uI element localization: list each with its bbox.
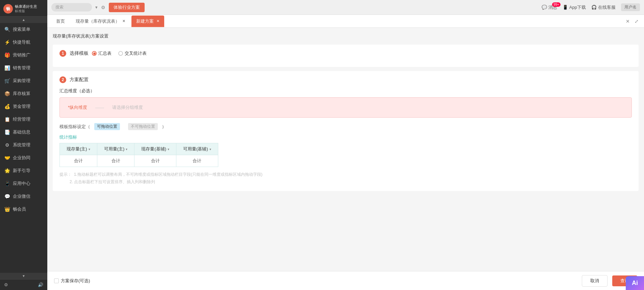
tab-new-scheme-close[interactable]: ✕ <box>156 19 159 23</box>
save-option-label: 方案保存(可选) <box>61 278 90 284</box>
step2-card: 2 方案配置 汇总维度（必选） *纵向维度 —— 请选择分组维度 模板指标设定（… <box>53 71 639 191</box>
sidebar-scroll-up[interactable]: ▲ <box>0 17 47 23</box>
col-label-2: 现存量(基辅) <box>141 146 166 152</box>
sidebar-label-app-center: 应用中心 <box>13 180 30 187</box>
sidebar-item-newcomer[interactable]: 🌟 新手引导 <box>0 164 47 177</box>
main-area: 搜索 ▾ ⚙ 体验行业方案 💬 消息 99+ 📱 App下载 🎧 在线客服 用户… <box>47 0 644 290</box>
app-edition: 标准版 <box>15 9 37 14</box>
vertical-dim-box[interactable]: *纵向维度 —— 请选择分组维度 <box>59 97 632 118</box>
sidebar-item-finance[interactable]: 💰 资金管理 <box>0 100 47 113</box>
sidebar-label-finance: 资金管理 <box>13 103 30 110</box>
col-header-1[interactable]: 可用量(主) ▾ <box>97 143 134 155</box>
app-logo-icon: 畅 <box>3 4 13 14</box>
col-header-2[interactable]: 现存量(基辅) ▾ <box>134 143 176 155</box>
sidebar-label-newcomer: 新手引导 <box>13 168 30 174</box>
tabbar: 首页 现存量（库存状况表） ✕ 新建方案 ✕ ✕ ⤢ <box>47 15 644 28</box>
cell-1: 合计 <box>97 155 134 167</box>
col-arrow-0: ▾ <box>89 147 90 151</box>
sidebar-label-search-menu: 搜索菜单 <box>13 26 30 32</box>
sidebar-scroll-down[interactable]: ▼ <box>0 273 47 279</box>
sidebar-item-inventory[interactable]: 📦 库存核算 <box>0 87 47 100</box>
step1-card: 1 选择模板 汇总表 交叉统计表 <box>53 45 639 67</box>
sidebar-item-operations[interactable]: 📋 经营管理 <box>0 113 47 126</box>
sidebar-label-member: 畅会员 <box>13 206 26 212</box>
col-label-0: 现存量(主) <box>67 146 87 152</box>
no-drag-badge: 不可拖动位置 <box>128 123 158 130</box>
quick-nav-icon: ⚡ <box>4 40 10 45</box>
radio-summary-circle <box>92 51 97 56</box>
col-label-1: 可用量(主) <box>104 146 125 152</box>
sidebar-item-search-menu[interactable]: 🔍 搜索菜单 <box>0 23 47 36</box>
cancel-button[interactable]: 取消 <box>582 275 608 287</box>
app-download-link[interactable]: 📱 App下载 <box>563 4 586 10</box>
dropdown-arrow-icon[interactable]: ▾ <box>95 5 98 10</box>
template-radio-group: 汇总表 交叉统计表 <box>92 50 147 56</box>
radio-summary[interactable]: 汇总表 <box>92 50 112 56</box>
messages-badge-area[interactable]: 💬 消息 99+ <box>542 4 557 10</box>
page-title: 现存量(库存状况表)方案设置 <box>53 33 639 39</box>
sidebar-item-enterprise[interactable]: 🤝 企业协同 <box>0 151 47 164</box>
tab-inventory-status-label: 现存量（库存状况表） <box>76 18 120 24</box>
help-icon[interactable]: 🔊 <box>38 282 43 287</box>
sidebar-label-quick-nav: 快捷导航 <box>13 39 30 45</box>
vertical-dim-placeholder: 请选择分组维度 <box>112 104 143 111</box>
step2-title: 方案配置 <box>70 77 89 83</box>
vertical-dim-separator: —— <box>95 105 104 110</box>
ai-badge[interactable]: Ai <box>626 276 644 290</box>
tab-inventory-status[interactable]: 现存量（库存状况表） ✕ <box>71 16 130 27</box>
expand-icon[interactable]: ⤢ <box>633 18 640 25</box>
indicator-close: ） <box>162 124 166 130</box>
sidebar-label-basic-info: 基础信息 <box>13 129 30 135</box>
sidebar-item-member[interactable]: 👑 畅会员 <box>0 203 47 216</box>
topbar-right: 💬 消息 99+ 📱 App下载 🎧 在线客服 用户名 <box>542 3 640 11</box>
messages-count-badge: 99+ <box>552 2 561 7</box>
sidebar-item-purchase[interactable]: 🛒 采购管理 <box>0 74 47 87</box>
purchase-icon: 🛒 <box>4 78 10 83</box>
step1-title: 选择模板 <box>70 50 89 56</box>
sidebar-item-marketing[interactable]: 🎁 营销推广 <box>0 49 47 62</box>
radio-cross[interactable]: 交叉统计表 <box>118 50 147 56</box>
radio-summary-label: 汇总表 <box>98 50 112 56</box>
hint-text-2: 2. 点击标题栏下拉可设置排序、插入列和删除列 <box>59 178 632 186</box>
sidebar-item-app-center[interactable]: 📱 应用中心 <box>0 177 47 190</box>
sidebar-label-wechat: 企业微信 <box>13 193 30 199</box>
experience-industry-button[interactable]: 体验行业方案 <box>109 3 145 12</box>
search-box[interactable]: 搜索 <box>51 3 92 11</box>
bottombar: 方案保存(可选) 取消 查询 <box>47 271 644 290</box>
search-placeholder: 搜索 <box>55 5 64 9</box>
online-service-link[interactable]: 🎧 在线客服 <box>591 4 616 10</box>
user-avatar[interactable]: 用户名 <box>621 3 640 11</box>
wechat-icon: 💬 <box>4 194 10 199</box>
basic-info-icon: 📑 <box>4 129 10 135</box>
save-checkbox[interactable] <box>54 279 59 283</box>
sidebar-menu: 🔍 搜索菜单 ⚡ 快捷导航 🎁 营销推广 📊 销售管理 🛒 采购管理 📦 库存核… <box>0 23 47 273</box>
tab-new-scheme-label: 新建方案 <box>136 18 154 24</box>
hint-text-1: 提示： 1.拖动标题栏可以调整布局，不可跨维度或指标区域拖动栏目字段(只能在同一… <box>59 171 632 178</box>
user-name: 用户名 <box>624 5 637 9</box>
settings-icon[interactable]: ⚙ <box>4 282 8 287</box>
sidebar-item-system[interactable]: ⚙ 系统管理 <box>0 139 47 151</box>
radio-cross-circle <box>118 51 123 56</box>
sidebar-label-operations: 经营管理 <box>13 116 30 122</box>
tab-home[interactable]: 首页 <box>51 16 70 27</box>
sidebar-item-sales[interactable]: 📊 销售管理 <box>0 62 47 74</box>
save-option: 方案保存(可选) <box>54 278 90 284</box>
system-icon: ⚙ <box>4 142 10 148</box>
close-panel-icon[interactable]: ✕ <box>624 18 631 25</box>
sales-icon: 📊 <box>4 65 10 71</box>
tab-inventory-status-close[interactable]: ✕ <box>122 19 125 23</box>
sidebar-item-wechat[interactable]: 💬 企业微信 <box>0 190 47 203</box>
indicator-setting: 模板指标设定（ 可拖动位置 不可拖动位置 ） <box>59 123 632 130</box>
topbar-gear-icon[interactable]: ⚙ <box>101 5 105 10</box>
summary-dim-label: 汇总维度（必选） <box>59 88 632 94</box>
member-icon: 👑 <box>4 207 10 212</box>
col-header-0[interactable]: 现存量(主) ▾ <box>60 143 97 155</box>
col-header-3[interactable]: 可用量(基辅) ▾ <box>176 143 218 155</box>
sidebar-item-quick-nav[interactable]: ⚡ 快捷导航 <box>0 36 47 49</box>
newcomer-icon: 🌟 <box>4 168 10 173</box>
cell-3: 合计 <box>176 155 218 167</box>
col-label-3: 可用量(基辅) <box>183 146 208 152</box>
tab-new-scheme[interactable]: 新建方案 ✕ <box>131 16 164 27</box>
sidebar-item-basic-info[interactable]: 📑 基础信息 <box>0 126 47 139</box>
cell-2: 合计 <box>134 155 176 167</box>
